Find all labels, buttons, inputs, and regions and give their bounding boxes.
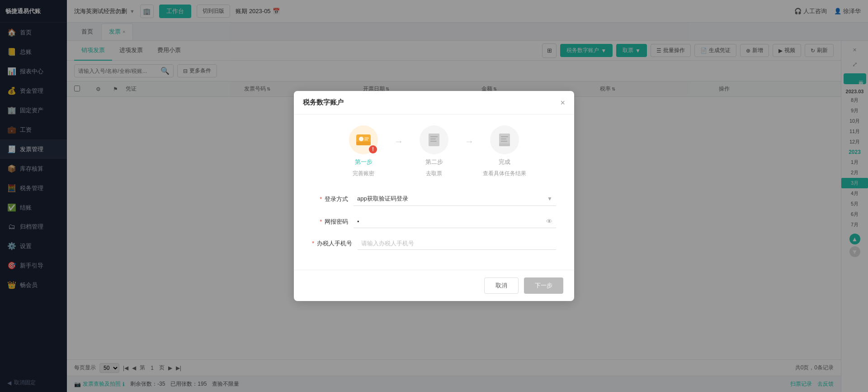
phone-label: * 办税人手机号 [312, 239, 352, 248]
password-input[interactable] [357, 218, 542, 225]
step-1-sublabel: 完善账密 [353, 170, 374, 177]
dialog-footer: 取消 下一步 [294, 270, 574, 301]
step-3-sublabel: 查看具体任务结果 [483, 170, 526, 177]
login-method-label: * 登录方式 [312, 195, 348, 203]
step-2-sublabel: 去取票 [426, 170, 442, 177]
dialog-body: ! 第一步 完善账密 → 第 [294, 115, 574, 270]
step-3: 完成 查看具体任务结果 [477, 125, 532, 177]
id-card-icon [355, 132, 372, 148]
step-2: 第二步 去取票 [407, 125, 461, 177]
step-1: ! 第一步 完善账密 [336, 125, 391, 177]
svg-rect-11 [501, 139, 506, 139]
password-label: * 网报密码 [312, 218, 348, 226]
step-2-label: 第二步 [425, 158, 443, 166]
phone-row: * 办税人手机号 [312, 237, 556, 250]
dialog-close-btn[interactable]: × [560, 99, 565, 107]
password-row: * 网报密码 👁 [312, 215, 556, 228]
required-mark: * [320, 218, 322, 225]
password-control: 👁 [354, 215, 556, 228]
eye-icon[interactable]: 👁 [546, 218, 552, 225]
step-1-badge: ! [369, 145, 377, 153]
svg-rect-5 [429, 134, 439, 146]
step-2-icon [420, 125, 448, 154]
svg-rect-13 [499, 143, 510, 146]
svg-rect-8 [430, 141, 437, 142]
login-method-control: app获取验证码登录 ▼ [354, 192, 556, 206]
cancel-button[interactable]: 取消 [484, 277, 519, 294]
dialog-title: 税务数字账户 [303, 98, 344, 107]
svg-rect-7 [430, 139, 436, 139]
step-3-icon [490, 125, 519, 154]
step-1-label: 第一步 [355, 158, 373, 166]
svg-rect-10 [501, 136, 508, 137]
svg-rect-3 [364, 139, 368, 140]
svg-rect-4 [356, 142, 371, 145]
step-3-label: 完成 [499, 158, 510, 166]
password-label-text: 网报密码 [325, 218, 348, 225]
invoice-step-icon [426, 132, 442, 148]
step-1-icon: ! [349, 125, 378, 154]
svg-rect-12 [501, 141, 507, 142]
svg-rect-2 [364, 138, 369, 139]
required-mark: * [320, 196, 322, 202]
steps-indicator: ! 第一步 完善账密 → 第 [312, 125, 556, 177]
svg-rect-6 [430, 136, 438, 137]
login-method-value: app获取验证码登录 [357, 195, 543, 203]
phone-label-text: 办税人手机号 [317, 240, 352, 247]
phone-input[interactable] [361, 240, 552, 247]
svg-point-1 [359, 137, 363, 141]
modal-overlay[interactable]: 税务数字账户 × ! [0, 0, 868, 392]
next-button[interactable]: 下一步 [524, 277, 563, 294]
tax-digital-dialog: 税务数字账户 × ! [294, 91, 574, 301]
login-method-row: * 登录方式 app获取验证码登录 ▼ [312, 192, 556, 206]
login-method-label-text: 登录方式 [325, 196, 348, 202]
dialog-header: 税务数字账户 × [294, 91, 574, 115]
step-arrow-2: → [461, 136, 477, 147]
phone-control [358, 237, 556, 250]
chevron-down-icon: ▼ [547, 196, 552, 202]
complete-step-icon [496, 132, 513, 148]
step-arrow-1: → [391, 136, 407, 147]
required-mark: * [312, 240, 314, 247]
